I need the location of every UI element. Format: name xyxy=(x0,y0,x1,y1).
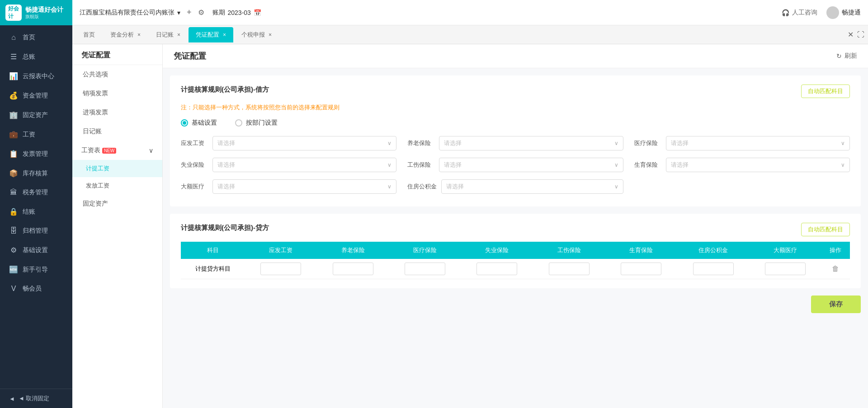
col-header-yingfa: 应发工资 xyxy=(245,242,316,259)
content-area: 凭证配置 公共选项 销项发票 进项发票 日记账 工资表 NEW ∨ 计提工资 发… xyxy=(72,44,868,408)
tab-tax-close[interactable]: × xyxy=(269,32,272,38)
form-row-yanglao: 养老保险 请选择 ∨ xyxy=(407,136,623,150)
ledger-icon: ☰ xyxy=(9,52,18,61)
user-menu[interactable]: 畅捷通 xyxy=(826,6,861,19)
tab-tax-report[interactable]: 个税申报 × xyxy=(234,27,279,42)
refresh-button[interactable]: ↻ 刷新 xyxy=(836,52,857,60)
select-gongshang[interactable]: 请选择 ∨ xyxy=(439,158,623,172)
cancel-fixed-button[interactable]: ◄ ◄ 取消固定 xyxy=(0,389,72,408)
left-nav-payroll[interactable]: 计提工资 xyxy=(72,160,162,177)
cell-yanglao xyxy=(317,259,389,279)
tab-capital[interactable]: 资金分析 × xyxy=(103,27,148,42)
left-nav-journal[interactable]: 日记账 xyxy=(72,122,162,141)
select-gjj[interactable]: 请选择 ∨ xyxy=(441,179,623,194)
save-button[interactable]: 保存 xyxy=(811,295,861,313)
input-yanglao[interactable] xyxy=(333,263,373,275)
left-nav-purchase-invoice[interactable]: 进项发票 xyxy=(72,103,162,122)
headphone-icon: 🎧 xyxy=(782,9,789,16)
chevron-down-icon: ∨ xyxy=(841,162,845,168)
select-shengyu[interactable]: 请选择 ∨ xyxy=(666,158,850,172)
tab-journal-close[interactable]: × xyxy=(177,32,180,38)
col-header-shengyu: 生育保险 xyxy=(605,242,677,259)
select-gongshang-placeholder: 请选择 xyxy=(444,161,462,169)
select-yanglao[interactable]: 请选择 ∨ xyxy=(439,136,623,150)
input-shiye[interactable] xyxy=(476,263,517,275)
credit-section: 计提核算规则(公司承担)-贷方 自动匹配科目 科目 应发工资 养老保险 医疗保险… xyxy=(170,214,861,288)
left-nav-salary-table-group[interactable]: 工资表 NEW ∨ xyxy=(72,141,162,160)
right-panel: 凭证配置 ↻ 刷新 计提核算规则(公司承担)-借方 自动匹配科目 注：只能选择一… xyxy=(163,44,868,408)
label-daeyiliao: 大额医疗 xyxy=(181,183,208,191)
tab-capital-close[interactable]: × xyxy=(137,32,141,38)
sidebar-item-invoice[interactable]: 📋 发票管理 xyxy=(0,144,72,164)
chevron-down-icon: ∨ xyxy=(387,140,392,146)
service-button[interactable]: 🎧 人工咨询 xyxy=(782,9,817,17)
input-yiliao[interactable] xyxy=(405,263,445,275)
company-selector[interactable]: 江西服宝精品有限责任公司内账张 ▾ xyxy=(80,9,180,17)
app-version: 旗舰版 xyxy=(25,14,63,20)
chevron-down-icon: ∨ xyxy=(614,162,618,168)
sidebar-item-closing[interactable]: 🔒 结账 xyxy=(0,202,72,221)
sidebar-item-capital[interactable]: 💰 资金管理 xyxy=(0,86,72,105)
input-yingfa[interactable] xyxy=(260,263,301,275)
left-nav-fixed-asset[interactable]: 固定资产 xyxy=(72,194,162,213)
col-header-subject: 科目 xyxy=(181,242,245,259)
input-shengyu[interactable] xyxy=(621,263,661,275)
sidebar-item-home[interactable]: ⌂ 首页 xyxy=(0,28,72,47)
delete-button[interactable]: 🗑 xyxy=(832,265,839,272)
inventory-icon: 📦 xyxy=(9,169,18,178)
settings-icon[interactable]: ⚙ xyxy=(198,8,204,17)
sidebar-item-basic-settings[interactable]: ⚙ 基础设置 xyxy=(0,240,72,260)
salary-icon: 💼 xyxy=(9,130,18,139)
select-yingfa[interactable]: 请选择 ∨ xyxy=(212,136,396,150)
cancel-fixed-label: ◄ 取消固定 xyxy=(19,394,49,403)
label-gongshang: 工伤保险 xyxy=(407,161,434,169)
select-yiliao-placeholder: 请选择 xyxy=(671,139,689,147)
sidebar-item-archive[interactable]: 🗄 归档管理 xyxy=(0,221,72,240)
sidebar-item-guide[interactable]: 🆕 新手引导 xyxy=(0,260,72,279)
select-yiliao[interactable]: 请选择 ∨ xyxy=(666,136,850,150)
cell-yiliao xyxy=(389,259,461,279)
sidebar-item-label: 工资 xyxy=(23,131,35,139)
period-selector[interactable]: 账期 2023-03 📅 xyxy=(212,9,261,17)
maximize-icon[interactable]: ⛶ xyxy=(857,31,864,39)
logo-text-wrap: 畅捷通好会计 旗舰版 xyxy=(25,5,63,20)
tab-journal[interactable]: 日记账 × xyxy=(149,27,188,42)
input-daeyiliao[interactable] xyxy=(765,263,806,275)
left-nav-pay-salary[interactable]: 发放工资 xyxy=(72,177,162,194)
label-yanglao: 养老保险 xyxy=(407,139,434,147)
add-button[interactable]: + xyxy=(185,8,193,17)
main-area: 江西服宝精品有限责任公司内账张 ▾ + ⚙ 账期 2023-03 📅 🎧 人工咨… xyxy=(72,0,868,408)
topbar-right: 🎧 人工咨询 畅捷通 xyxy=(782,6,861,19)
tab-voucher-config[interactable]: 凭证配置 × xyxy=(189,27,233,42)
sidebar-item-tax[interactable]: 🏛 税务管理 xyxy=(0,183,72,202)
left-nav-sales-invoice[interactable]: 销项发票 xyxy=(72,84,162,103)
credit-auto-match-button[interactable]: 自动匹配科目 xyxy=(801,223,850,236)
sidebar-item-report-center[interactable]: 📊 云报表中心 xyxy=(0,66,72,86)
label-shiye: 失业保险 xyxy=(181,161,208,169)
debit-auto-match-button[interactable]: 自动匹配科目 xyxy=(801,84,850,98)
close-icon[interactable]: ✕ xyxy=(848,30,854,39)
cell-yingfa xyxy=(245,259,316,279)
radio-by-dept[interactable]: 按部门设置 xyxy=(235,119,278,127)
select-daeyiliao-placeholder: 请选择 xyxy=(217,183,235,191)
tab-home[interactable]: 首页 xyxy=(76,27,102,42)
select-gjj-placeholder: 请选择 xyxy=(446,183,464,191)
select-daeyiliao[interactable]: 请选择 ∨ xyxy=(212,179,396,194)
sidebar-item-fixed-asset[interactable]: 🏢 固定资产 xyxy=(0,105,72,125)
left-nav-public[interactable]: 公共选项 xyxy=(72,65,162,84)
sidebar-item-ledger[interactable]: ☰ 总账 xyxy=(0,47,72,66)
tab-voucher-close[interactable]: × xyxy=(223,32,226,38)
sidebar-item-inventory[interactable]: 📦 库存核算 xyxy=(0,164,72,183)
form-row-yiliao: 医疗保险 请选择 ∨ xyxy=(634,136,850,150)
credit-section-header: 计提核算规则(公司承担)-贷方 自动匹配科目 xyxy=(181,223,850,236)
input-gjj[interactable] xyxy=(693,263,734,275)
sidebar-item-salary[interactable]: 💼 工资 xyxy=(0,125,72,144)
tab-voucher-label: 凭证配置 xyxy=(196,31,219,39)
sidebar-item-vip[interactable]: V 畅会员 xyxy=(0,279,72,298)
select-shiye[interactable]: 请选择 ∨ xyxy=(212,158,396,172)
select-yingfa-placeholder: 请选择 xyxy=(217,139,235,147)
radio-dept-label: 按部门设置 xyxy=(246,119,278,127)
input-gongshang[interactable] xyxy=(549,263,590,275)
refresh-icon: ↻ xyxy=(836,52,842,60)
radio-basic[interactable]: 基础设置 xyxy=(181,119,217,127)
